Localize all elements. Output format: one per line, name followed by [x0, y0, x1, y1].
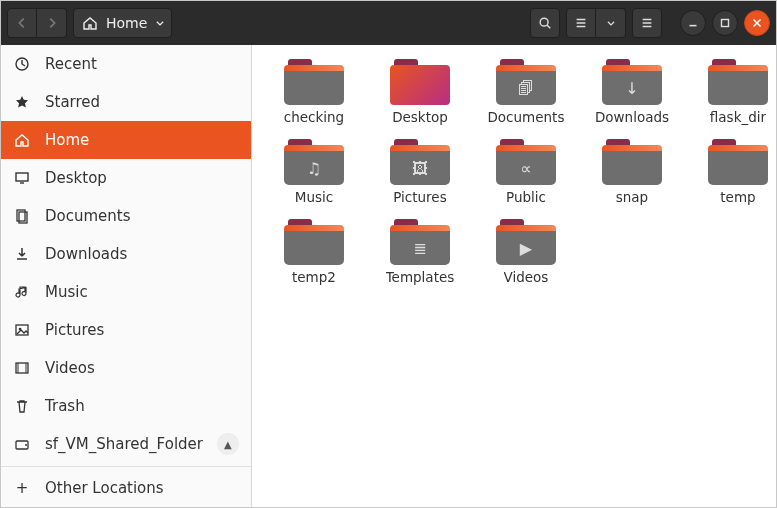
sidebar-item-downloads[interactable]: Downloads [1, 235, 251, 273]
other-locations-label: Other Locations [45, 479, 164, 497]
sidebar-item-recent[interactable]: Recent [1, 45, 251, 83]
file-manager-window: Home RecentSta [0, 0, 777, 508]
path-bar[interactable]: Home [73, 8, 172, 38]
music-icon [13, 284, 31, 300]
folder-documents[interactable]: 🗐Documents [478, 57, 574, 125]
sidebar-item-documents[interactable]: Documents [1, 197, 251, 235]
svg-rect-3 [16, 173, 28, 181]
svg-rect-1 [722, 20, 729, 27]
icon-grid: checkingDesktop🗐Documents↓Downloadsflask… [266, 57, 777, 285]
hamburger-icon [640, 16, 654, 30]
sidebar-item-sf-vm-shared-folder[interactable]: sf_VM_Shared_Folder▲ [1, 425, 251, 463]
folder-label: Videos [504, 269, 549, 285]
folder-checking[interactable]: checking [266, 57, 362, 125]
sidebar-item-starred[interactable]: Starred [1, 83, 251, 121]
list-view-button[interactable] [566, 8, 596, 38]
folder-videos[interactable]: ▶Videos [478, 217, 574, 285]
folder-label: Public [506, 189, 546, 205]
folder-label: Documents [487, 109, 564, 125]
maximize-button[interactable] [712, 10, 738, 36]
folder-label: Music [295, 189, 333, 205]
other-locations-item[interactable]: + Other Locations [1, 469, 251, 507]
sidebar-item-label: Music [45, 283, 88, 301]
search-button[interactable] [530, 8, 560, 38]
documents-icon [13, 208, 31, 224]
sidebar-item-label: Documents [45, 207, 131, 225]
folder-icon [390, 57, 450, 105]
folder-snap[interactable]: snap [584, 137, 680, 205]
sidebar-item-label: Pictures [45, 321, 104, 339]
plus-icon: + [13, 479, 31, 497]
folder-icon [602, 137, 662, 185]
home-icon [13, 132, 31, 148]
sidebar-item-label: Desktop [45, 169, 107, 187]
forward-button[interactable] [37, 8, 67, 38]
folder-label: temp2 [292, 269, 336, 285]
folder-icon [708, 137, 768, 185]
folder-label: flask_dir [710, 109, 766, 125]
sidebar: RecentStarredHomeDesktopDocumentsDownloa… [1, 45, 252, 507]
back-button[interactable] [7, 8, 37, 38]
close-button[interactable] [744, 10, 770, 36]
folder-icon [284, 217, 344, 265]
clock-icon [13, 56, 31, 72]
list-icon [574, 16, 588, 30]
sidebar-item-music[interactable]: Music [1, 273, 251, 311]
pictures-icon [13, 322, 31, 338]
main-view[interactable]: checkingDesktop🗐Documents↓Downloadsflask… [252, 45, 777, 507]
folder-templates[interactable]: ≣Templates [372, 217, 468, 285]
sidebar-item-label: Home [45, 131, 89, 149]
folder-music[interactable]: ♫Music [266, 137, 362, 205]
search-icon [538, 16, 552, 30]
chevron-right-icon [45, 16, 59, 30]
folder-temp[interactable]: temp [690, 137, 777, 205]
sidebar-item-pictures[interactable]: Pictures [1, 311, 251, 349]
hamburger-menu-button[interactable] [632, 8, 662, 38]
folder-icon: ↓ [602, 57, 662, 105]
minimize-icon [686, 16, 700, 30]
folder-icon: 🗐 [496, 57, 556, 105]
close-icon [750, 16, 764, 30]
sidebar-item-home[interactable]: Home [1, 121, 251, 159]
sidebar-item-label: Starred [45, 93, 100, 111]
folder-flask-dir[interactable]: flask_dir [690, 57, 777, 125]
folder-label: snap [616, 189, 648, 205]
folder-icon: ∝ [496, 137, 556, 185]
sidebar-item-trash[interactable]: Trash [1, 387, 251, 425]
trash-icon [13, 398, 31, 414]
folder-public[interactable]: ∝Public [478, 137, 574, 205]
sidebar-item-desktop[interactable]: Desktop [1, 159, 251, 197]
folder-icon [284, 57, 344, 105]
folder-label: Downloads [595, 109, 669, 125]
folder-pictures[interactable]: 🖼Pictures [372, 137, 468, 205]
view-dropdown-button[interactable] [596, 8, 626, 38]
videos-icon [13, 360, 31, 376]
home-icon [82, 15, 98, 31]
folder-icon [708, 57, 768, 105]
folder-icon: ▶ [496, 217, 556, 265]
desktop-icon [13, 170, 31, 186]
folder-label: Pictures [393, 189, 446, 205]
folder-icon: 🖼 [390, 137, 450, 185]
sidebar-item-label: Downloads [45, 245, 127, 263]
folder-downloads[interactable]: ↓Downloads [584, 57, 680, 125]
sidebar-item-label: Recent [45, 55, 97, 73]
svg-point-10 [25, 444, 27, 446]
folder-icon: ♫ [284, 137, 344, 185]
sidebar-item-videos[interactable]: Videos [1, 349, 251, 387]
path-label: Home [106, 15, 147, 31]
folder-temp2[interactable]: temp2 [266, 217, 362, 285]
star-icon [13, 94, 31, 110]
folder-label: checking [284, 109, 344, 125]
sidebar-item-label: Videos [45, 359, 95, 377]
svg-point-0 [540, 18, 548, 26]
folder-label: Desktop [392, 109, 448, 125]
view-group [566, 8, 626, 38]
folder-desktop[interactable]: Desktop [372, 57, 468, 125]
headerbar: Home [1, 1, 776, 45]
eject-button[interactable]: ▲ [217, 433, 239, 455]
body: RecentStarredHomeDesktopDocumentsDownloa… [1, 45, 776, 507]
minimize-button[interactable] [680, 10, 706, 36]
chevron-left-icon [15, 16, 29, 30]
folder-label: temp [720, 189, 755, 205]
